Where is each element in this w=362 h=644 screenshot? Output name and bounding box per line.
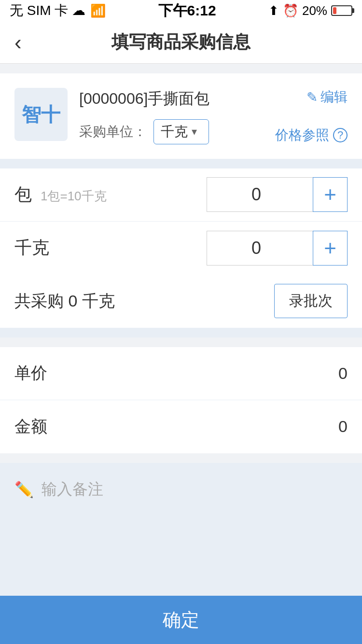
unit-price-label: 单价 — [14, 362, 47, 384]
amount-row: 金额 0 — [0, 400, 362, 453]
summary-row: 共采购 0 千克 录批次 — [0, 275, 362, 328]
kg-input[interactable] — [207, 231, 313, 266]
page-title: 填写商品采购信息 — [111, 30, 251, 54]
kg-label: 千克 — [14, 236, 207, 260]
location-icon: ⬆ — [268, 3, 279, 18]
edit-button[interactable]: ✎ 编辑 — [306, 88, 348, 106]
note-placeholder: 输入备注 — [42, 479, 103, 500]
product-logo: 智十 — [22, 101, 60, 128]
unit-label: 采购单位： — [79, 123, 147, 141]
section-divider-2 — [0, 328, 362, 337]
summary-amount-value: 0 — [68, 292, 77, 310]
nav-bar: ‹ 填写商品采购信息 — [0, 21, 362, 64]
amount-label: 金额 — [14, 416, 47, 438]
package-label: 包 1包=10千克 — [14, 183, 207, 207]
price-ref-label: 价格参照 — [275, 126, 329, 144]
note-section[interactable]: ✏️ 输入备注 — [0, 463, 362, 516]
section-divider-1 — [0, 159, 362, 168]
battery-fill — [333, 7, 336, 14]
kg-input-control: + — [207, 231, 348, 266]
battery-icon — [331, 5, 352, 16]
summary-text: 共采购 0 千克 — [14, 290, 115, 312]
amount-value: 0 — [338, 417, 348, 436]
package-sublabel: 1包=10千克 — [41, 189, 107, 203]
unit-select[interactable]: 千克 ▾ — [153, 119, 209, 144]
package-input[interactable] — [207, 177, 313, 212]
edit-label: 编辑 — [320, 88, 348, 106]
product-card: 智十 [0000006]手撕面包 采购单位： 千克 ▾ ✎ 编辑 价格参照 ? — [0, 73, 362, 159]
kg-input-row: 千克 + — [0, 222, 362, 275]
battery-percent: 20% — [302, 3, 327, 18]
status-left: 无 SIM 卡 ☁ 📶 — [10, 1, 106, 20]
info-icon: ? — [333, 128, 348, 142]
package-input-control: + — [207, 177, 348, 212]
package-input-row: 包 1包=10千克 + — [0, 168, 362, 222]
input-section: 包 1包=10千克 + 千克 + — [0, 168, 362, 275]
alarm-icon: ⏰ — [283, 3, 298, 18]
product-image: 智十 — [14, 88, 68, 141]
unit-price-value: 0 — [338, 364, 348, 383]
pencil-icon: ✏️ — [14, 480, 34, 499]
summary-unit-label: 千克 — [82, 292, 115, 310]
record-batch-button[interactable]: 录批次 — [274, 284, 348, 318]
unit-price-row: 单价 0 — [0, 347, 362, 400]
sim-label: 无 SIM 卡 ☁ — [10, 1, 85, 20]
back-button[interactable]: ‹ — [14, 32, 22, 53]
status-bar: 无 SIM 卡 ☁ 📶 下午6:12 ⬆ ⏰ 20% — [0, 0, 362, 21]
wifi-icon: 📶 — [90, 3, 106, 18]
unit-value: 千克 — [161, 123, 188, 141]
status-time: 下午6:12 — [158, 1, 216, 21]
summary-prefix: 共采购 — [14, 292, 64, 310]
confirm-button[interactable]: 确定 — [0, 596, 362, 644]
status-right: ⬆ ⏰ 20% — [268, 3, 352, 18]
chevron-down-icon: ▾ — [192, 126, 197, 138]
pricing-section: 单价 0 金额 0 — [0, 347, 362, 453]
package-plus-button[interactable]: + — [313, 177, 348, 212]
price-ref-button[interactable]: 价格参照 ? — [275, 126, 348, 144]
edit-icon: ✎ — [306, 89, 318, 105]
kg-plus-button[interactable]: + — [313, 231, 348, 266]
